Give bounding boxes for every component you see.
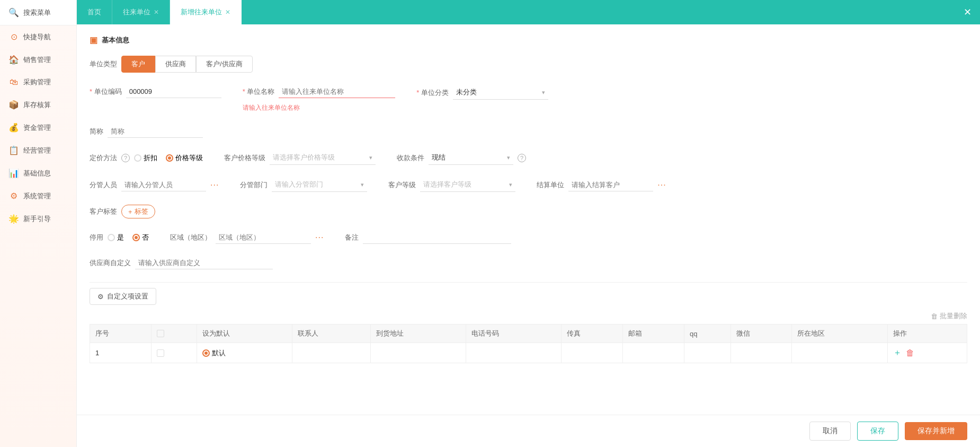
type-btn-supplier[interactable]: 供应商 bbox=[155, 56, 196, 73]
shortname-row: 简称 bbox=[90, 125, 967, 140]
region-input[interactable] bbox=[216, 231, 311, 244]
tab-home[interactable]: 首页 bbox=[77, 0, 112, 24]
batch-delete-icon: 🗑 bbox=[931, 312, 938, 320]
tab-new-partner-close[interactable]: ✕ bbox=[225, 8, 230, 16]
supplier-custom-input[interactable] bbox=[135, 257, 273, 269]
tab-partners-label: 往来单位 bbox=[123, 7, 150, 17]
customer-level-select[interactable]: 请选择客户等级 ▾ bbox=[420, 178, 515, 192]
customer-price-level-select[interactable]: 请选择客户价格等级 ▾ bbox=[270, 151, 376, 165]
pricing-radio-group: 折扣 价格等级 bbox=[134, 153, 203, 163]
tab-new-partner[interactable]: 新增往来单位 ✕ bbox=[170, 0, 242, 24]
tab-bar-close[interactable]: ✕ bbox=[964, 6, 972, 18]
customer-level-placeholder: 请选择客户等级 bbox=[423, 180, 507, 189]
form-content: ▣ 基本信息 单位类型 客户 供应商 客户/供应商 单位编码 单位名称 bbox=[77, 24, 980, 415]
pricing-level-label: 价格等级 bbox=[175, 153, 203, 163]
shortname-group: 简称 bbox=[90, 125, 203, 138]
region-more[interactable]: ··· bbox=[315, 233, 324, 242]
sidebar-item-inventory[interactable]: 📦 库存核算 bbox=[0, 93, 76, 116]
sidebar-item-finance[interactable]: 💰 资金管理 bbox=[0, 116, 76, 139]
department-placeholder: 请输入分管部门 bbox=[275, 180, 359, 189]
disabled-no-radio bbox=[132, 234, 140, 241]
pricing-level[interactable]: 价格等级 bbox=[166, 153, 203, 163]
header-checkbox[interactable] bbox=[157, 330, 164, 337]
supplier-custom-row: 供应商自定义 bbox=[90, 257, 967, 271]
row-default-radio bbox=[202, 349, 210, 357]
tag-group: 客户标签 + 标签 bbox=[90, 205, 155, 218]
shortname-input[interactable] bbox=[108, 125, 203, 138]
sidebar-item-guide[interactable]: 🌟 新手引导 bbox=[0, 207, 76, 230]
row-no: 1 bbox=[90, 343, 152, 363]
sidebar-quick-nav-label: 快捷导航 bbox=[23, 32, 51, 42]
finance-icon: 💰 bbox=[8, 122, 19, 133]
settlement-unit-more[interactable]: ··· bbox=[657, 180, 666, 190]
search-icon: 🔍 bbox=[8, 7, 19, 17]
manager-label: 分管人员 bbox=[90, 180, 117, 190]
supplier-custom-label: 供应商自定义 bbox=[90, 258, 131, 268]
unit-category-select[interactable]: 未分类 ▾ bbox=[453, 85, 548, 100]
unit-type-label: 单位类型 bbox=[90, 59, 117, 69]
unit-code-input[interactable] bbox=[126, 85, 221, 98]
row-delete-button[interactable]: 🗑 bbox=[906, 348, 914, 358]
row-qq bbox=[684, 343, 730, 363]
form-footer: 取消 保存 保存并新增 bbox=[77, 415, 980, 447]
sidebar-item-system[interactable]: ⚙ 系统管理 bbox=[0, 185, 76, 207]
tab-partners-close[interactable]: ✕ bbox=[154, 8, 159, 16]
basic-icon: 📊 bbox=[8, 168, 19, 178]
type-btn-both[interactable]: 客户/供应商 bbox=[196, 56, 253, 73]
remark-input[interactable] bbox=[363, 231, 511, 244]
manager-input[interactable] bbox=[121, 179, 206, 191]
unit-category-chevron: ▾ bbox=[542, 89, 545, 96]
sidebar-item-purchase[interactable]: 🛍 采购管理 bbox=[0, 71, 76, 93]
disabled-yes[interactable]: 是 bbox=[108, 233, 124, 242]
unit-name-group: 单位名称 请输入往来单位名称 bbox=[243, 85, 396, 112]
customer-price-level-label: 客户价格等级 bbox=[224, 153, 265, 163]
sidebar-item-operations[interactable]: 📋 经营管理 bbox=[0, 139, 76, 162]
sidebar-item-basic[interactable]: 📊 基础信息 bbox=[0, 162, 76, 185]
row-checkbox[interactable] bbox=[157, 349, 164, 357]
sidebar-purchase-label: 采购管理 bbox=[23, 77, 51, 87]
row-email bbox=[623, 343, 684, 363]
unit-type-btn-group: 客户 供应商 客户/供应商 bbox=[121, 56, 253, 73]
add-tag-button[interactable]: + 标签 bbox=[121, 205, 155, 218]
tab-partners[interactable]: 往来单位 ✕ bbox=[112, 0, 170, 24]
payment-terms-help[interactable]: ? bbox=[518, 154, 526, 162]
batch-delete-label: 批量删除 bbox=[940, 311, 967, 321]
cancel-button[interactable]: 取消 bbox=[809, 422, 851, 441]
unit-code-label: 单位编码 bbox=[90, 87, 122, 97]
tab-home-label: 首页 bbox=[87, 7, 101, 17]
sidebar-inventory-label: 库存核算 bbox=[23, 100, 51, 110]
row-add-button[interactable]: ＋ bbox=[893, 347, 902, 358]
pricing-discount[interactable]: 折扣 bbox=[134, 153, 157, 163]
col-check bbox=[151, 325, 197, 343]
department-select[interactable]: 请输入分管部门 ▾ bbox=[272, 178, 367, 192]
col-wechat: 微信 bbox=[730, 325, 792, 343]
settlement-unit-input[interactable] bbox=[568, 179, 653, 191]
manager-more[interactable]: ··· bbox=[210, 180, 219, 190]
sidebar-item-sales[interactable]: 🏠 销售管理 bbox=[0, 48, 76, 71]
department-group: 分管部门 请输入分管部门 ▾ bbox=[240, 178, 367, 192]
row-default-radio-item[interactable]: 默认 bbox=[202, 348, 287, 358]
tab-new-partner-label: 新增往来单位 bbox=[181, 7, 222, 17]
type-btn-customer[interactable]: 客户 bbox=[121, 56, 155, 73]
guide-icon: 🌟 bbox=[8, 214, 19, 224]
settlement-unit-group: 结算单位 ··· bbox=[537, 179, 666, 191]
disabled-no[interactable]: 否 bbox=[132, 233, 149, 242]
search-menu-item[interactable]: 🔍 搜索菜单 bbox=[0, 0, 76, 25]
pricing-method-help[interactable]: ? bbox=[121, 154, 130, 162]
sidebar-item-quick-nav[interactable]: ⊙ 快捷导航 bbox=[0, 25, 76, 48]
code-name-category-row: 单位编码 单位名称 请输入往来单位名称 单位分类 未分类 ▾ bbox=[90, 85, 967, 115]
purchase-icon: 🛍 bbox=[8, 77, 19, 87]
row-check bbox=[151, 343, 197, 363]
col-fax: 传真 bbox=[562, 325, 623, 343]
custom-settings-button[interactable]: ⚙ 自定义项设置 bbox=[90, 288, 156, 305]
save-new-button[interactable]: 保存并新增 bbox=[905, 422, 967, 440]
settlement-unit-label: 结算单位 bbox=[537, 180, 564, 190]
payment-terms-chevron: ▾ bbox=[507, 154, 510, 161]
batch-delete-button[interactable]: 🗑 批量删除 bbox=[931, 311, 967, 321]
col-phone: 电话号码 bbox=[466, 325, 562, 343]
save-button[interactable]: 保存 bbox=[857, 422, 898, 441]
payment-terms-select[interactable]: 现结 ▾ bbox=[429, 151, 513, 165]
inventory-icon: 📦 bbox=[8, 100, 19, 110]
unit-name-input[interactable] bbox=[279, 85, 395, 98]
sidebar-system-label: 系统管理 bbox=[23, 191, 51, 201]
